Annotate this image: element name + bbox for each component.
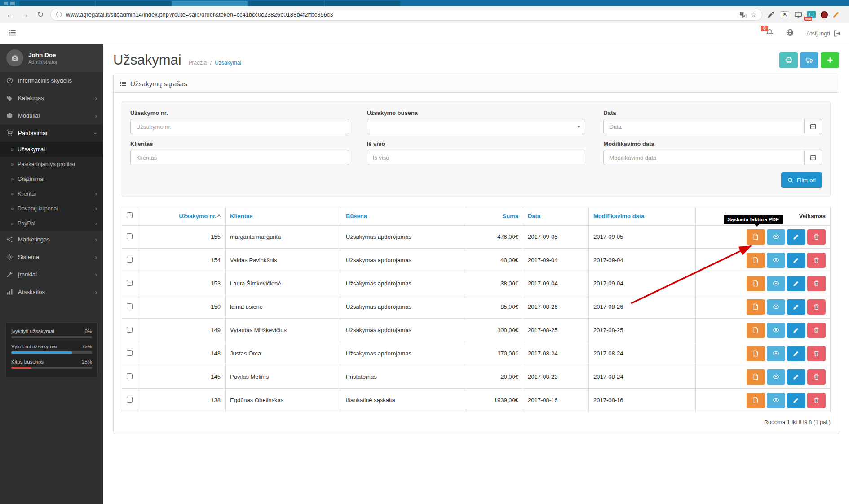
submenu-item-orders[interactable]: » Užsakymai <box>0 142 103 157</box>
invoice-pdf-button[interactable] <box>747 253 765 268</box>
edit-order-button[interactable] <box>787 393 805 408</box>
browser-tab[interactable] <box>19 1 95 6</box>
logout-button[interactable]: Atsijungti <box>806 30 841 37</box>
date-calendar-button[interactable] <box>805 119 822 134</box>
view-order-button[interactable] <box>767 323 785 338</box>
delete-order-button[interactable] <box>807 369 826 385</box>
address-bar[interactable]: ⓘ www.agregatai.lt/siteadmin14/index.php… <box>50 9 762 21</box>
reload-button[interactable]: ↻ <box>35 10 46 19</box>
sidebar-item-system[interactable]: Sistema › <box>0 248 103 266</box>
avatar[interactable] <box>6 49 23 66</box>
page-info-icon[interactable]: ⓘ <box>56 11 62 19</box>
back-button[interactable]: ← <box>4 10 15 19</box>
add-order-button[interactable] <box>821 52 839 68</box>
row-checkbox[interactable] <box>127 280 133 286</box>
breadcrumb-current-link[interactable]: Užsakymai <box>215 60 241 66</box>
invoice-pdf-button[interactable] <box>747 276 765 291</box>
edit-order-button[interactable] <box>787 346 805 361</box>
delete-order-button[interactable] <box>807 229 826 245</box>
submenu-item-returns[interactable]: » Grąžinimai <box>0 171 103 186</box>
invoice-pdf-button[interactable] <box>747 229 765 245</box>
browser-tab[interactable] <box>325 1 400 6</box>
filter-button[interactable]: Filtruoti <box>781 172 822 188</box>
sidebar-item-tools[interactable]: Įrankiai › <box>0 266 103 283</box>
stat-percent: 25% <box>82 359 92 364</box>
notifications-button[interactable]: 0 <box>766 29 774 38</box>
submenu-item-recurring-profiles[interactable]: » Pasikartojantys profiliai <box>0 157 103 171</box>
order-nr-filter-input[interactable] <box>130 119 349 134</box>
delete-order-button[interactable] <box>807 393 826 408</box>
invoice-pdf-button[interactable] <box>747 369 765 385</box>
menu-toggle-button[interactable] <box>8 29 16 38</box>
edit-order-button[interactable] <box>787 276 805 291</box>
row-checkbox[interactable] <box>127 327 133 333</box>
pencil-icon <box>793 397 800 403</box>
row-checkbox[interactable] <box>127 373 133 379</box>
sort-customer-link[interactable]: Klientas <box>230 213 253 219</box>
row-checkbox[interactable] <box>127 233 133 239</box>
sidebar-item-modules[interactable]: Moduliai › <box>0 107 103 124</box>
breadcrumb-home-link[interactable]: Pradžia <box>189 60 207 66</box>
sidebar-item-reports[interactable]: Ataskaitos › <box>0 283 103 301</box>
view-order-button[interactable] <box>767 393 785 408</box>
view-order-button[interactable] <box>767 229 785 245</box>
sort-modified-link[interactable]: Modifikavimo data <box>593 213 644 219</box>
language-button[interactable] <box>786 29 794 38</box>
row-checkbox[interactable] <box>127 350 133 356</box>
edit-order-button[interactable] <box>787 323 805 338</box>
screencap-extension-icon[interactable]: New <box>807 11 816 18</box>
sort-status-link[interactable]: Būsena <box>346 213 367 219</box>
invoice-pdf-button[interactable] <box>747 323 765 338</box>
modified-filter-input[interactable] <box>603 150 805 165</box>
delete-order-button[interactable] <box>807 323 826 338</box>
select-all-checkbox[interactable] <box>127 212 133 218</box>
modified-calendar-button[interactable] <box>805 150 822 165</box>
delete-order-button[interactable] <box>807 299 826 315</box>
edit-order-button[interactable] <box>787 253 805 268</box>
edit-order-button[interactable] <box>787 299 805 315</box>
invoice-pdf-button[interactable] <box>747 393 765 408</box>
print-shipping-button[interactable] <box>800 52 818 68</box>
eyedropper-extension-icon[interactable] <box>767 11 775 19</box>
edit-order-button[interactable] <box>787 369 805 385</box>
delete-order-button[interactable] <box>807 253 826 268</box>
customer-filter-input[interactable] <box>130 150 349 165</box>
delete-order-button[interactable] <box>807 276 826 291</box>
sidebar-item-catalog[interactable]: Katalogas › <box>0 89 103 107</box>
view-order-button[interactable] <box>767 369 785 385</box>
sort-date-link[interactable]: Data <box>528 213 540 219</box>
invoice-pdf-button[interactable] <box>747 346 765 361</box>
pen-extension-icon[interactable] <box>833 11 841 19</box>
browser-tab[interactable] <box>248 1 324 6</box>
monitor-extension-icon[interactable] <box>794 11 802 19</box>
sort-order-nr-link[interactable]: Užsakymo nr. <box>179 213 217 219</box>
submenu-item-gift-vouchers[interactable]: » Dovanų kuponai › <box>0 201 103 216</box>
translate-icon[interactable] <box>739 11 747 18</box>
row-checkbox[interactable] <box>127 397 133 403</box>
sidebar-item-marketing[interactable]: Marketingas › <box>0 231 103 248</box>
row-checkbox[interactable] <box>127 257 133 263</box>
print-invoice-button[interactable] <box>779 52 798 68</box>
adblock-extension-icon[interactable] <box>821 11 828 18</box>
delete-order-button[interactable] <box>807 346 826 361</box>
date-filter-input[interactable] <box>603 119 805 134</box>
submenu-item-paypal[interactable]: » PayPal › <box>0 216 103 231</box>
row-checkbox[interactable] <box>127 303 133 309</box>
view-order-button[interactable] <box>767 299 785 315</box>
sidebar-item-sales[interactable]: Pardavimai › <box>0 124 103 142</box>
view-order-button[interactable] <box>767 346 785 361</box>
view-order-button[interactable] <box>767 276 785 291</box>
forward-button[interactable]: → <box>20 10 31 19</box>
total-filter-input[interactable] <box>367 150 586 165</box>
submenu-item-customers[interactable]: » Klientai › <box>0 186 103 201</box>
view-order-button[interactable] <box>767 253 785 268</box>
browser-tab-active[interactable] <box>172 1 248 6</box>
order-status-select[interactable]: ▾ <box>367 119 586 134</box>
sidebar-item-dashboard[interactable]: Informacinis skydelis <box>0 72 103 89</box>
edit-order-button[interactable] <box>787 229 805 245</box>
sort-total-link[interactable]: Suma <box>503 213 518 219</box>
browser-tab[interactable] <box>96 1 171 6</box>
bookmark-star-icon[interactable]: ☆ <box>751 11 756 19</box>
invoice-pdf-button[interactable] <box>747 299 765 315</box>
ip-extension-icon[interactable]: IP, <box>780 11 789 18</box>
